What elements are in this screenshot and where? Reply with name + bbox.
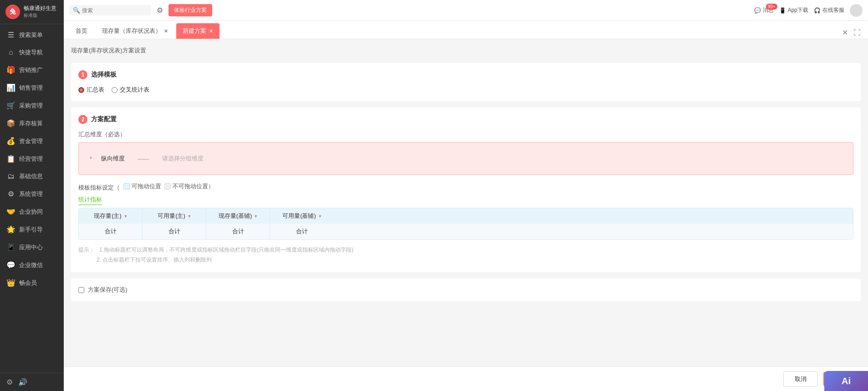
search-box[interactable]: 🔍 [69,5,151,15]
enterprise-icon: 🤝 [6,207,15,216]
operations-icon: 📋 [6,154,15,163]
dim-placeholder[interactable]: 请选择分组维度 [162,154,204,163]
required-star: * [90,155,92,162]
footer-bar: 取消 查询 [64,366,868,391]
step1-header: 1 选择模板 [78,70,853,79]
app-download-icon: 📱 [779,7,786,14]
sidebar-nav: ☰ 搜索菜单 ⌂ 快捷导航 🎁 营销推广 📊 销售管理 🛒 采购管理 📦 库存核… [0,24,64,373]
expand-icon[interactable]: ⛶ [852,27,863,39]
sidebar-item-finance[interactable]: 💰 资金管理 [0,132,64,150]
col-dropdown-0[interactable]: ▾ [124,213,127,219]
app-download-btn[interactable]: 📱 App下载 [779,6,808,14]
settings-footer-icon[interactable]: ⚙ [6,378,13,386]
inventory-icon: 📦 [6,119,15,128]
sidebar-label-quick-nav: 快捷导航 [19,48,43,57]
radio-cross-input[interactable] [112,87,117,93]
col-dropdown-3[interactable]: ▾ [319,213,322,219]
stats-table-body: 合计 合计 合计 合计 [79,224,853,239]
col-header-1: 可用量(主) ▾ [143,208,206,224]
topbar: 🔍 ⚙ 体验行业方案 💬 消息 99+ 📱 App下载 🎧 在线客服 [64,0,868,21]
radio-cross[interactable]: 交叉统计表 [112,86,149,94]
col-header-3: 可用量(基辅) ▾ [270,208,334,224]
logo-icon: 兔 [5,5,20,19]
gear-icon[interactable]: ⚙ [155,4,165,16]
wechat-icon: 💬 [6,261,15,269]
sidebar-item-member[interactable]: 👑 畅会员 [0,274,64,292]
main-area: 🔍 ⚙ 体验行业方案 💬 消息 99+ 📱 App下载 🎧 在线客服 [64,0,868,391]
app-name: 畅康通好生意 [24,5,56,12]
sidebar-label-inventory: 库存核算 [19,119,43,128]
col-dropdown-2[interactable]: ▾ [255,213,257,219]
cancel-button[interactable]: 取消 [783,371,818,387]
tab-new-scheme-label: 新建方案 [183,27,206,35]
basic-info-icon: 🗂 [6,172,15,180]
step2-title: 方案配置 [91,115,117,123]
sidebar-label-search-menu: 搜索菜单 [19,31,43,39]
content-wrapper: 现存量(库存状况表)方案设置 1 选择模板 汇总表 交叉统计表 [64,39,868,391]
sidebar-item-system[interactable]: ⚙ 系统管理 [0,185,64,203]
save-scheme-checkbox[interactable] [78,287,84,293]
topbar-right: 💬 消息 99+ 📱 App下载 🎧 在线客服 [754,4,863,17]
sidebar-item-quick-nav[interactable]: ⌂ 快捷导航 [0,44,64,61]
sidebar-label-finance: 资金管理 [19,137,43,145]
stats-table-header: 现存量(主) ▾ 可用量(主) ▾ 现存量(基辅) ▾ [79,208,853,224]
sidebar-footer: ⚙ 🔊 [0,373,64,391]
tab-new-scheme-close[interactable]: ✕ [209,28,213,34]
sidebar-label-member: 畅会员 [19,279,37,287]
sidebar-label-sales: 销售管理 [19,84,43,92]
member-icon: 👑 [6,278,15,287]
stats-table: 现存量(主) ▾ 可用量(主) ▾ 现存量(基辅) ▾ [78,208,853,240]
step1-card: 1 选择模板 汇总表 交叉统计表 [71,63,861,101]
radio-summary[interactable]: 汇总表 [78,86,104,94]
trial-btn[interactable]: 体验行业方案 [168,4,212,16]
col-header-0: 现存量(主) ▾ [79,208,143,224]
tab-new-scheme[interactable]: 新建方案 ✕ [176,23,220,39]
tab-bar: 首页 现存量（库存状况表） ✕ 新建方案 ✕ ✕ ⛶ [64,21,868,39]
radio-summary-label: 汇总表 [87,86,104,94]
tab-inventory-status[interactable]: 现存量（库存状况表） ✕ [96,23,174,39]
sidebar-label-operations: 经营管理 [19,155,43,163]
main-content: 现存量(库存状况表)方案设置 1 选择模板 汇总表 交叉统计表 [64,39,868,366]
step2-badge: 2 [78,115,87,124]
search-input[interactable] [82,7,137,14]
purchase-icon: 🛒 [6,101,15,110]
radio-cross-label: 交叉统计表 [120,86,149,94]
tab-inventory-close[interactable]: ✕ [164,28,168,34]
sidebar-item-basic-info[interactable]: 🗂 基础信息 [0,168,64,185]
sidebar-item-app-center[interactable]: 📱 应用中心 [0,238,64,256]
sidebar-item-search-menu[interactable]: ☰ 搜索菜单 [0,26,64,44]
not-draggable-box [164,183,171,190]
tab-home-label: 首页 [76,27,87,35]
sound-footer-icon[interactable]: 🔊 [18,378,27,386]
message-icon: 💬 [754,7,761,14]
sidebar-item-enterprise[interactable]: 🤝 企业协同 [0,203,64,221]
sidebar-item-purchase[interactable]: 🛒 采购管理 [0,97,64,114]
message-btn[interactable]: 💬 消息 99+ [754,6,774,14]
close-panel-icon[interactable]: ✕ [840,26,850,39]
ai-badge[interactable]: Ai [824,371,868,391]
sidebar-label-app-center: 应用中心 [19,243,43,252]
app-subtitle: 标准版 [24,12,56,19]
vertical-dim-name: 纵向维度 [101,154,125,163]
col-body-2: 合计 [206,224,270,239]
search-icon: 🔍 [73,7,80,14]
sidebar-item-operations[interactable]: 📋 经营管理 [0,150,64,168]
indicators-section: 模板指标设定（ 可拖动位置 不可拖动位置） 统计指标 [78,182,853,265]
sidebar-item-newbie[interactable]: 🌟 新手引导 [0,221,64,238]
sidebar-item-marketing[interactable]: 🎁 营销推广 [0,61,64,79]
col-body-1: 合计 [143,224,206,239]
search-menu-icon: ☰ [6,31,15,39]
col-dropdown-1[interactable]: ▾ [188,213,191,219]
draggable-box [123,183,130,190]
online-service-btn[interactable]: 🎧 在线客服 [814,6,844,14]
radio-summary-input[interactable] [78,87,84,93]
sidebar-item-sales[interactable]: 📊 销售管理 [0,79,64,97]
stats-section: 统计指标 现存量(主) ▾ 可用量(主) ▾ [78,196,853,240]
user-avatar[interactable] [850,4,863,17]
col-body-3: 合计 [270,224,334,239]
tab-inventory-label: 现存量（库存状况表） [102,27,161,35]
save-scheme-row[interactable]: 方案保存(可选) [78,286,853,294]
sidebar-item-wechat[interactable]: 💬 企业微信 [0,256,64,274]
sidebar-item-inventory[interactable]: 📦 库存核算 [0,114,64,132]
tab-home[interactable]: 首页 [69,23,94,39]
